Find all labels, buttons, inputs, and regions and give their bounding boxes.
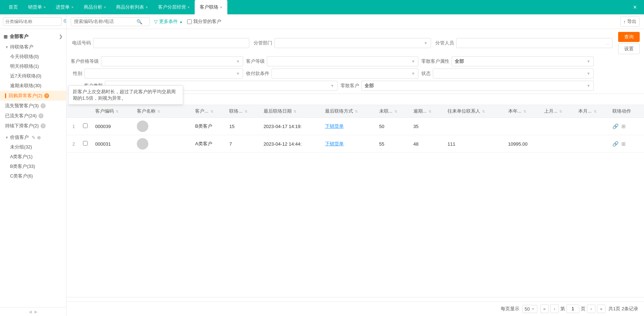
col-code[interactable]: 客户编码 ⇅: [92, 105, 133, 118]
add-icon-value[interactable]: ⊕: [37, 135, 41, 140]
sidebar-search-icon[interactable]: 🔍: [63, 19, 66, 24]
page-nav: « ‹ 第 页 › »: [540, 305, 606, 313]
sidebar-item-today[interactable]: 今天待联络(0): [0, 52, 66, 62]
grid-action-icon-1[interactable]: ⊞: [621, 123, 626, 129]
info-icon-lost[interactable]: ?: [38, 113, 43, 118]
input-payment[interactable]: ▼: [272, 69, 418, 79]
sidebar-item-decline[interactable]: 持续下滑客户(2) ?: [0, 121, 66, 131]
edit-icon-value[interactable]: ✎: [32, 135, 36, 140]
sidebar-search-input[interactable]: [3, 17, 62, 26]
input-dept[interactable]: ▼: [274, 38, 431, 48]
nav-item-contact[interactable]: 客户联络 ×: [195, 0, 227, 14]
nav-close-stratify[interactable]: ×: [187, 5, 190, 9]
more-conditions-btn[interactable]: ▽ 更多条件 ▲: [154, 18, 183, 25]
page-label: 第: [560, 306, 565, 312]
my-customer-checkbox[interactable]: 我分管的客户: [187, 18, 221, 25]
sidebar-item-ungrouped[interactable]: 未分组(32): [0, 142, 66, 152]
sidebar-root[interactable]: ⊞ 全部客户 ❯: [0, 31, 66, 42]
sidebar-footer: ◀ ▶: [0, 307, 66, 316]
nav-window-close[interactable]: ×: [629, 4, 640, 11]
cell-method-2[interactable]: 下销货单: [321, 135, 376, 153]
col-last-month[interactable]: 上月... ⇅: [541, 105, 575, 118]
search-input[interactable]: [74, 19, 135, 24]
info-icon-warn[interactable]: ?: [41, 103, 46, 108]
col-overdue[interactable]: 逾期... ⇅: [410, 105, 444, 118]
settings-button[interactable]: 设置: [618, 43, 640, 54]
nav-item-sales[interactable]: 销货单 ×: [23, 0, 51, 14]
sidebar-item-overdue[interactable]: 逾期未联络(30): [0, 81, 66, 91]
sidebar-section-pending[interactable]: ▼ 待联络客户: [0, 42, 66, 52]
nav-close-purchase[interactable]: ×: [71, 5, 73, 9]
sidebar-item-7days[interactable]: 近7天待联络(0): [0, 71, 66, 81]
nav-close-contact[interactable]: ×: [220, 5, 222, 9]
nav-close-goods-list[interactable]: ×: [145, 5, 148, 9]
col-not-contact[interactable]: 未联... ⇅: [376, 105, 410, 118]
input-gender[interactable]: ▼: [84, 69, 243, 79]
page-prev-btn[interactable]: ‹: [550, 305, 559, 313]
col-partner-contact[interactable]: 往来单位联系人 ⇅: [444, 105, 505, 118]
cell-this-month-1: [575, 118, 609, 135]
input-retail-attr[interactable]: 全部▼: [451, 56, 594, 66]
nav-item-purchase[interactable]: 进货单 ×: [51, 0, 78, 14]
sidebar-item-warn[interactable]: 流失预警客户(3) ?: [0, 101, 66, 111]
nav-item-goods-analysis[interactable]: 商品分析 ×: [79, 0, 111, 14]
nav-close-sales[interactable]: ×: [43, 5, 46, 9]
cell-no-2: 2: [66, 135, 81, 153]
col-last-method[interactable]: 最后联络方式 ⇅: [321, 105, 376, 118]
my-customer-check[interactable]: [187, 19, 192, 24]
sidebar-item-lost[interactable]: 已流失客户(24) ?: [0, 111, 66, 121]
cell-checkbox-2[interactable]: [81, 135, 92, 153]
page-next-btn[interactable]: ›: [587, 305, 596, 313]
sort-icon-tm: ⇅: [594, 109, 597, 113]
sidebar-item-b-class[interactable]: B类客户(33): [0, 162, 66, 171]
row-checkbox-1[interactable]: [83, 123, 88, 128]
total-label: 共1页 2条记录: [608, 306, 638, 312]
link-icon-1[interactable]: 🔗: [612, 123, 618, 129]
chevron-down-payment: ▼: [411, 71, 415, 76]
input-status[interactable]: ▼: [433, 69, 594, 79]
cell-date-2: 2023-04-12 14:44:: [260, 135, 321, 153]
sidebar-item-tomorrow[interactable]: 明天待联络(1): [0, 62, 66, 71]
sidebar-section-value[interactable]: ▼ 价值客户 ✎ ⊕: [0, 132, 66, 142]
cell-checkbox-1[interactable]: [81, 118, 92, 135]
col-this-year[interactable]: 本年... ⇅: [505, 105, 541, 118]
export-btn[interactable]: ↑ 导出: [620, 16, 640, 27]
info-icon-abnormal[interactable]: ?: [44, 93, 49, 98]
cell-method-1[interactable]: 下销货单: [321, 118, 376, 135]
sidebar-item-abnormal[interactable]: 回购异常客户(2) ?: [0, 91, 66, 101]
nav-item-goods-list[interactable]: 商品分析列表 ×: [111, 0, 153, 14]
nav-item-stratify[interactable]: 客户分层经营 ×: [153, 0, 195, 14]
nav-item-home[interactable]: 首页: [4, 0, 23, 14]
scroll-right-icon[interactable]: ▶: [34, 310, 37, 314]
sidebar-item-a-class[interactable]: A类客户(1): [0, 152, 66, 162]
input-customer-level[interactable]: ▼: [267, 56, 418, 66]
input-price-level[interactable]: ▼: [101, 56, 243, 66]
col-this-month[interactable]: 本月... ⇅: [575, 105, 609, 118]
query-button[interactable]: 查询: [618, 32, 640, 42]
sort-icon-code: ⇅: [116, 109, 119, 113]
col-last-date[interactable]: 最后联络日期 ⇅: [260, 105, 321, 118]
page-first-btn[interactable]: «: [540, 305, 549, 313]
scroll-left-icon[interactable]: ◀: [29, 310, 32, 314]
grid-action-icon-2[interactable]: ⊞: [621, 141, 626, 147]
search-icon[interactable]: 🔍: [136, 19, 142, 24]
per-page-select[interactable]: 50 ▼: [522, 305, 537, 313]
collapse-right-icon[interactable]: ❯: [59, 34, 62, 39]
cell-this-month-2: [575, 135, 609, 153]
input-manager[interactable]: ...: [456, 38, 612, 48]
link-icon-2[interactable]: 🔗: [612, 141, 618, 147]
input-retail-customer[interactable]: 全部▼: [361, 81, 594, 91]
info-icon-decline[interactable]: ?: [41, 123, 46, 128]
row-checkbox-2[interactable]: [83, 141, 88, 146]
active-indicator: [5, 93, 6, 98]
nav-close-goods[interactable]: ×: [104, 5, 106, 9]
input-phone[interactable]: [93, 38, 249, 48]
sidebar-item-c-class[interactable]: C类客户(6): [0, 171, 66, 181]
col-contact-count[interactable]: 联络... ⇅: [226, 105, 260, 118]
col-name[interactable]: 客户名称 ⇅: [133, 105, 191, 118]
horizontal-scrollbar[interactable]: [66, 297, 644, 301]
col-type[interactable]: 客户... ⇅: [191, 105, 226, 118]
page-last-btn[interactable]: »: [597, 305, 606, 313]
page-input[interactable]: [566, 305, 579, 313]
cell-type-1: B类客户: [191, 118, 226, 135]
